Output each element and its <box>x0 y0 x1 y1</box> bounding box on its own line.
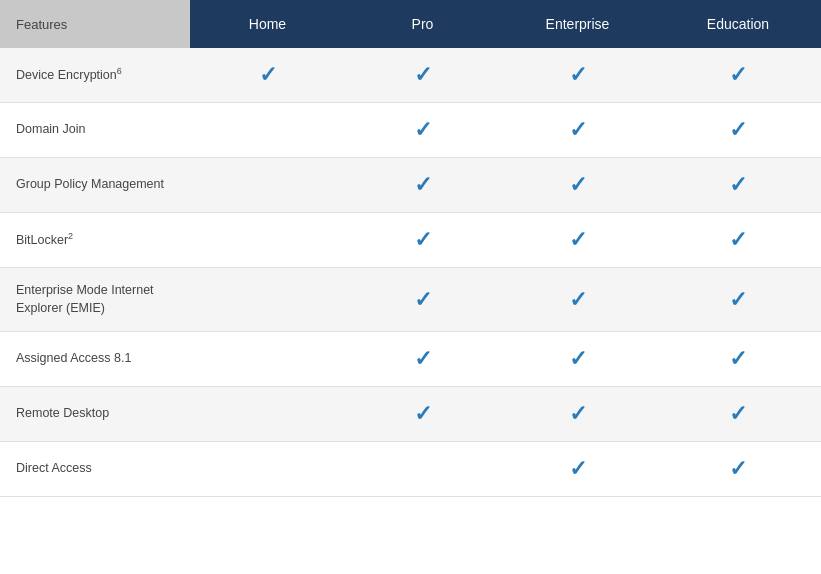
education-cell: ✓ <box>655 442 821 497</box>
enterprise-cell: ✓ <box>500 387 655 442</box>
feature-name-cell: Assigned Access 8.1 <box>0 332 190 387</box>
comparison-table: Features Home Pro Enterprise Education D… <box>0 0 821 497</box>
pro-cell: ✓ <box>345 48 500 103</box>
enterprise-cell: ✓ <box>500 268 655 332</box>
check-icon: ✓ <box>729 117 747 143</box>
enterprise-cell: ✓ <box>500 48 655 103</box>
enterprise-column-header: Enterprise <box>500 0 655 48</box>
pro-cell: ✓ <box>345 158 500 213</box>
home-cell <box>190 158 345 213</box>
table-row: Enterprise Mode Internet Explorer (EMIE)… <box>0 268 821 332</box>
education-cell: ✓ <box>655 103 821 158</box>
feature-name-cell: Remote Desktop <box>0 387 190 442</box>
education-cell: ✓ <box>655 158 821 213</box>
education-cell: ✓ <box>655 213 821 268</box>
check-icon: ✓ <box>569 401 587 427</box>
home-cell <box>190 442 345 497</box>
check-icon: ✓ <box>569 117 587 143</box>
feature-name-cell: Direct Access <box>0 442 190 497</box>
pro-cell: ✓ <box>345 332 500 387</box>
education-cell: ✓ <box>655 332 821 387</box>
feature-name-cell: BitLocker2 <box>0 213 190 268</box>
features-column-header: Features <box>0 0 190 48</box>
check-icon: ✓ <box>569 172 587 198</box>
home-cell <box>190 213 345 268</box>
check-icon: ✓ <box>729 401 747 427</box>
pro-column-header: Pro <box>345 0 500 48</box>
check-icon: ✓ <box>414 117 432 143</box>
check-icon: ✓ <box>414 401 432 427</box>
table-row: Remote Desktop✓✓✓ <box>0 387 821 442</box>
education-column-header: Education <box>655 0 821 48</box>
pro-cell: ✓ <box>345 213 500 268</box>
feature-name-cell: Domain Join <box>0 103 190 158</box>
table-row: BitLocker2✓✓✓ <box>0 213 821 268</box>
check-icon: ✓ <box>414 172 432 198</box>
check-icon: ✓ <box>259 62 277 88</box>
feature-name-cell: Enterprise Mode Internet Explorer (EMIE) <box>0 268 190 332</box>
pro-cell: ✓ <box>345 387 500 442</box>
check-icon: ✓ <box>569 456 587 482</box>
table-row: Device Encryption6✓✓✓✓ <box>0 48 821 103</box>
check-icon: ✓ <box>729 456 747 482</box>
home-cell <box>190 332 345 387</box>
table-row: Group Policy Management✓✓✓ <box>0 158 821 213</box>
table-row: Assigned Access 8.1✓✓✓ <box>0 332 821 387</box>
home-column-header: Home <box>190 0 345 48</box>
education-cell: ✓ <box>655 387 821 442</box>
enterprise-cell: ✓ <box>500 103 655 158</box>
check-icon: ✓ <box>729 287 747 313</box>
education-cell: ✓ <box>655 268 821 332</box>
check-icon: ✓ <box>414 287 432 313</box>
enterprise-cell: ✓ <box>500 332 655 387</box>
enterprise-cell: ✓ <box>500 442 655 497</box>
enterprise-cell: ✓ <box>500 213 655 268</box>
feature-name-cell: Device Encryption6 <box>0 48 190 103</box>
check-icon: ✓ <box>569 346 587 372</box>
check-icon: ✓ <box>569 62 587 88</box>
check-icon: ✓ <box>729 227 747 253</box>
check-icon: ✓ <box>569 287 587 313</box>
home-cell <box>190 387 345 442</box>
home-cell <box>190 268 345 332</box>
table-row: Domain Join✓✓✓ <box>0 103 821 158</box>
pro-cell <box>345 442 500 497</box>
pro-cell: ✓ <box>345 103 500 158</box>
check-icon: ✓ <box>729 62 747 88</box>
home-cell: ✓ <box>190 48 345 103</box>
enterprise-cell: ✓ <box>500 158 655 213</box>
education-cell: ✓ <box>655 48 821 103</box>
check-icon: ✓ <box>569 227 587 253</box>
check-icon: ✓ <box>729 346 747 372</box>
home-cell <box>190 103 345 158</box>
table-row: Direct Access✓✓ <box>0 442 821 497</box>
feature-name-cell: Group Policy Management <box>0 158 190 213</box>
pro-cell: ✓ <box>345 268 500 332</box>
check-icon: ✓ <box>414 62 432 88</box>
check-icon: ✓ <box>414 346 432 372</box>
check-icon: ✓ <box>729 172 747 198</box>
check-icon: ✓ <box>414 227 432 253</box>
